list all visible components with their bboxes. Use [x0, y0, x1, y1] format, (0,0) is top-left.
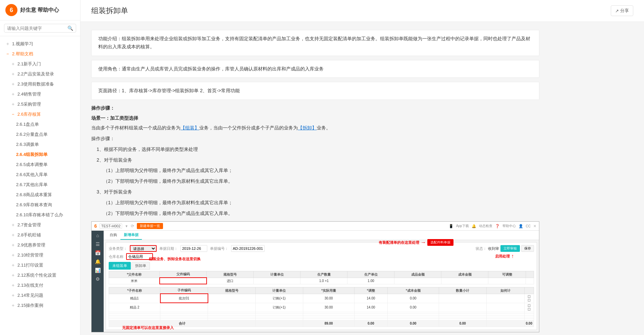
- sidebar-item-s2-7[interactable]: ＋ 2.7资金管理: [0, 220, 80, 230]
- sidebar-item-s2-2[interactable]: ＋ 2.2产品安装及登录: [0, 69, 80, 79]
- sidebar-item-s2-12[interactable]: ＋ 2.12系统个性化设置: [0, 270, 80, 280]
- mockup-select-parts-btn[interactable]: 选配件料单据: [427, 239, 453, 246]
- app-logo: 6: [5, 4, 17, 16]
- search-input[interactable]: [7, 26, 67, 31]
- mockup-sidebar-home: ⌂: [96, 233, 99, 238]
- sidebar-item-s2-6-7[interactable]: 2.6.7其他出库单: [0, 180, 80, 190]
- page-title: 组装拆卸单: [91, 6, 128, 16]
- step-3-2: （2）下部明细为子件明细，最终作为产成品生成其它入库单。: [97, 210, 539, 218]
- expand-icon: ＋: [11, 101, 15, 107]
- mockup-close-icon[interactable]: ✕: [533, 224, 536, 228]
- mockup-company: TEST-H002: [100, 223, 122, 229]
- td-child-name-1: 精品1: [109, 294, 160, 303]
- mockup-subnav: 自购 新增单据: [104, 231, 539, 240]
- search-icon[interactable]: 🔍: [67, 25, 73, 31]
- sidebar-item-s2-6-3[interactable]: 2.6.3调拨单: [0, 139, 80, 150]
- scene1-title: 场景一：加工类型选择: [91, 115, 539, 121]
- mockup-no-input[interactable]: [231, 245, 265, 252]
- sidebar-item-s2-13[interactable]: ＋ 2.13在线支付: [0, 280, 80, 290]
- sidebar-item-s2-4[interactable]: ＋ 2.4销售管理: [0, 89, 80, 99]
- sidebar-item-s2-6-6[interactable]: 2.6.6其他入库单: [0, 170, 80, 180]
- mockup-app-dl-icon: 📱: [449, 224, 453, 228]
- mockup-audit-btn[interactable]: 立即审核: [500, 245, 520, 252]
- th-child-action: [524, 287, 534, 294]
- sidebar-item-s2-6-5[interactable]: 2.6.5成本调整单: [0, 160, 80, 170]
- td-prod-qty-1: 1.0 +1: [301, 278, 347, 284]
- mockup-parent-table: *父件名称 父件编码 规格型号 计量单位 生产数量 生产单位 成品金额 成本金额: [109, 271, 534, 284]
- sidebar-item-s2-6-9[interactable]: 2.6.9库存账本查询: [0, 200, 80, 210]
- sidebar: 6 好生意 帮助中心 🔍 ＋ 1.视频学习 － 2.帮助文档 ＋ 2.1新手入门…: [0, 0, 80, 335]
- annotation-direct-entry: 无固定清单可以在这里直接录入: [122, 325, 174, 330]
- mockup-form-row1: 业务类型： 请选择 组装 拆卸 单据日期： 单据编号：: [109, 245, 534, 252]
- app-name: 好生意 帮助中心: [20, 7, 59, 14]
- mockup-tab-disassemble[interactable]: 拆卸单: [131, 262, 150, 270]
- td-prod-unit-1: 1.00: [347, 278, 394, 284]
- sidebar-item-s2-5[interactable]: ＋ 2.5采购管理: [0, 99, 80, 109]
- mockup-type-select[interactable]: 请选择 组装 拆卸: [130, 245, 157, 252]
- mockup-tabs: 未组装单 拆卸单: [109, 262, 534, 270]
- th-parent-name: *父件名称: [109, 271, 160, 278]
- expand-icon: ＋: [11, 272, 15, 278]
- td-child-name-2: 精品 2: [109, 303, 160, 312]
- role-section: 使用角色：通常由生产人员或库管人员完成拆装业务的操作，库管人员确认原材料的出库和…: [91, 60, 539, 78]
- child-row-1: 精品1 批次01 订购(+1) 30.00 14.00 0.00: [109, 294, 534, 303]
- ops-section: 操作步骤： 场景一：加工类型选择 当由多个子件材料组装成一个成品的业务为【组装】…: [91, 105, 539, 332]
- td-parent-code-1: [160, 278, 207, 284]
- expand-icon: ＋: [11, 302, 15, 309]
- expand-icon: ＋: [11, 282, 15, 288]
- th-child-unit: 计量单位: [255, 287, 303, 294]
- mockup-nav-new[interactable]: 新增单据: [120, 231, 142, 240]
- td-child-code-1: 批次01: [160, 294, 208, 303]
- sidebar-item-s2-14[interactable]: ＋ 2.14常见问题: [0, 290, 80, 300]
- mockup-date-input[interactable]: [180, 245, 207, 252]
- sidebar-item-s2-9[interactable]: ＋ 2.9优惠券管理: [0, 240, 80, 250]
- sidebar-item-s1[interactable]: ＋ 1.视频学习: [0, 39, 80, 49]
- mockup-nav-purchase[interactable]: 自购: [106, 231, 120, 240]
- td-child-act-2: ☐ ☐: [524, 303, 534, 312]
- sidebar-item-s2-15[interactable]: ＋ 2.15操作案例: [0, 300, 80, 311]
- step-3-1: （1）上部明细为父件明细，最终作为原材料生成其它出库单；: [97, 199, 539, 207]
- sidebar-item-s2-6-1[interactable]: 2.6.1盘点单: [0, 119, 80, 129]
- sidebar-item-s2[interactable]: － 2.帮助文档: [0, 49, 80, 59]
- th-parent-code: 父件编码: [160, 271, 207, 278]
- sidebar-item-s2-10[interactable]: ＋ 2.10经营管理: [0, 250, 80, 260]
- td-adjust-1: 14.00: [355, 294, 388, 303]
- td-footer-1: [255, 320, 303, 327]
- td-calc-1: [486, 294, 524, 303]
- sidebar-item-s2-3[interactable]: ＋ 2.3使用前数据准备: [0, 79, 80, 89]
- mockup-save-btn[interactable]: 保存: [521, 245, 534, 252]
- th-prod-qty: 生产数量: [301, 271, 347, 278]
- main-header: 组装拆卸单 ↗ 分享: [80, 0, 644, 22]
- sidebar-item-s2-11[interactable]: ＋ 2.11打印设置: [0, 260, 80, 270]
- mockup-sidebar: ⌂ ☰ 📅 🔔 📊 ⚙: [92, 231, 104, 332]
- sidebar-item-s2-6[interactable]: － 2.6库存核算: [0, 109, 80, 119]
- share-button[interactable]: ↗ 分享: [611, 5, 633, 16]
- sidebar-item-s2-6-4[interactable]: 2.6.4组装拆卸单: [0, 150, 80, 160]
- sidebar-item-s2-6-2[interactable]: 2.6.2分量盘点单: [0, 129, 80, 139]
- td-child-spec-2: [208, 303, 256, 312]
- td-child-unit-1: 订购(+1): [255, 294, 303, 303]
- expand-icon: ＋: [11, 242, 15, 248]
- mockup-status-val: 收到审: [488, 246, 499, 251]
- td-footer-empty: [486, 320, 524, 327]
- td-unit-1: [254, 278, 301, 284]
- link-zuanzhuang[interactable]: 【组装】: [180, 125, 199, 130]
- expand-icon: ＋: [11, 71, 15, 77]
- sidebar-item-s2-1[interactable]: ＋ 2.1新手入门: [0, 59, 80, 69]
- mockup-child-table: *子件名称 子件编码 规格型号 计量单位 *实际用量 *调整 *成本金额 数量小…: [109, 287, 534, 327]
- arrow-up-icon: ↑: [511, 253, 514, 259]
- mockup-new-btn[interactable]: 新建单据一览: [137, 223, 163, 229]
- main-content: 组装拆卸单 ↗ 分享 功能介绍：组装拆卸单用来处理企业组装或拆卸等加工业务，支持…: [80, 0, 644, 335]
- ops-steps-title: 操作步骤：: [91, 135, 539, 143]
- step-2: 2、对于组装业务: [97, 156, 539, 164]
- sidebar-item-s2-8[interactable]: ＋ 2.8手机旺铺: [0, 230, 80, 240]
- sidebar-item-s2-6-10[interactable]: 2.6.10库存账本错了么办: [0, 210, 80, 220]
- path-section: 页面路径：1、库存核算->库存管理->组装拆卸单 2、首页->常用功能: [91, 82, 539, 100]
- mockup-tab-assemble[interactable]: 未组装单: [109, 262, 131, 270]
- link-chaiqiao[interactable]: 【拆卸】: [298, 125, 317, 130]
- expand-icon: ＋: [11, 222, 15, 228]
- expand-icon: ＋: [11, 61, 15, 67]
- expand-icon: ＋: [5, 41, 10, 47]
- sidebar-item-s2-6-8[interactable]: 2.6.8商品成本重算: [0, 190, 80, 200]
- td-actual-qty-2: 30.00: [303, 303, 354, 312]
